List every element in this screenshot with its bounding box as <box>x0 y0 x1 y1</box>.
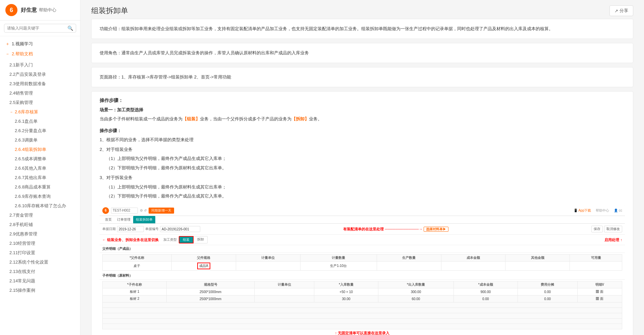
sidebar-item-2.13[interactable]: 2.13在线支付 <box>9 267 80 276</box>
sidebar-item-2.8[interactable]: 2.8手机旺铺 <box>9 220 80 229</box>
mock-new-btn: 同期新增一天 <box>149 208 174 214</box>
mock-ltd2-8: ☰ 面 <box>577 295 622 302</box>
table-row: 板材 2 2500*1000mm 30.00 60.00 0.00 0.00 ☰… <box>103 295 622 302</box>
mock-form-row1: 单据日期 2019-12-26 单据编号 AD-20191226-001 <box>102 226 200 232</box>
sidebar-item-beginner[interactable]: 2.1新手入门 <box>9 60 80 70</box>
sidebar-item-2.6.5[interactable]: 2.6.5成本调整单 <box>15 154 80 164</box>
page-title: 组装拆卸单 <box>91 6 128 16</box>
mock-red-box: 成品A <box>197 263 210 269</box>
mock-home-tab: 首页 <box>102 216 114 223</box>
sidebar-item-2.9[interactable]: 2.9优惠券管理 <box>9 229 80 239</box>
mock-logo: 6 <box>102 207 109 214</box>
sidebar-item-sales[interactable]: 2.4销售管理 <box>9 89 80 98</box>
sidebar: 6 好生意 帮助中心 🔍 ＋ 1.视频学习 － 2.帮助文档 2.1新手入门 2… <box>0 0 80 335</box>
mock-th-parent-name: *父件名称 <box>103 255 172 262</box>
share-icon: ↗ <box>614 8 618 13</box>
intro-card-2: 使用角色：通常由生产人员或库管人员完成拆装业务的操作，库管人员确认原材料的出库和… <box>91 43 633 63</box>
mock-lower-label: 子件明细（原材料） <box>100 272 625 280</box>
step2-2: （2）下部明细为子件明细，最终作为原材料生成其它出库单。 <box>100 164 625 172</box>
sidebar-item-2.11[interactable]: 2.11打印设置 <box>9 248 80 258</box>
sidebar-item-docs[interactable]: － 2.帮助文档 <box>0 49 80 59</box>
path-text: 页面路径：1、库存核算->库存管理->组装拆卸单 2、首页->常用功能 <box>100 73 625 81</box>
brand-name: 好生意 <box>21 7 37 14</box>
step1: 1、根据不同的业务，选择不同单据的类型来处理 <box>100 136 625 144</box>
sidebar-item-2.6.4[interactable]: 2.6.4组装拆卸单 <box>15 145 80 154</box>
table-row: 桌子 成品A 生产1-10台 <box>103 262 622 271</box>
sidebar-item-dataprep[interactable]: 2.3使用前数据准备 <box>9 79 80 89</box>
mock-lth-3: 计量单位 <box>255 281 314 288</box>
search-icon[interactable]: 🔍 <box>67 25 73 31</box>
mock-nav: 首页 订单管理 组装拆卸单 <box>100 216 625 224</box>
sidebar-item-2.6.3[interactable]: 2.6.3调拨单 <box>15 135 80 145</box>
sidebar-item-2.6.10[interactable]: 2.6.10库存账本错了怎么办 <box>15 201 80 211</box>
mock-ltd-8: ☰ 面 <box>577 288 622 295</box>
mock-active-tab: 组装拆卸单 <box>133 216 155 223</box>
mock-user-icon: 👤 cc <box>614 209 622 212</box>
mock-upper-label: 父件明细（产成品） <box>100 245 625 253</box>
sidebar-item-2.6.2[interactable]: 2.6.2分量盘点单 <box>15 126 80 135</box>
sidebar-item-2.7[interactable]: 2.7资金管理 <box>9 211 80 220</box>
sidebar-item-2.14[interactable]: 2.14常见问题 <box>9 276 80 286</box>
mock-enable-annotation: 启用处理 ↑ <box>210 237 622 242</box>
mock-freeform-annotation: ↑ 无固定清单可以直接在这里录入 <box>102 331 622 335</box>
sidebar-item-2.6.8[interactable]: 2.6.8商品成本重算 <box>15 182 80 192</box>
sidebar-item-2.15[interactable]: 2.15操作案例 <box>9 286 80 295</box>
sidebar-item-2.10[interactable]: 2.10经营管理 <box>9 239 80 248</box>
sidebar-item-2.6.6[interactable]: 2.6.6其他入库单 <box>15 164 80 173</box>
sidebar-item-2.6.7[interactable]: 2.6.7其他出库单 <box>15 173 80 182</box>
share-button[interactable]: ↗ 分享 <box>609 5 633 16</box>
mock-ltd2-6: 0.00 <box>453 295 518 302</box>
mock-lth-7: 费用分摊 <box>518 281 577 288</box>
logo-icon: 6 <box>5 4 17 16</box>
mock-assembly-btn: 组装 <box>179 236 194 243</box>
mock-ltd2-7: 0.00 <box>518 295 577 302</box>
mock-date-label: 单据日期 <box>102 227 116 231</box>
mock-lth-4: *入库数量 <box>314 281 378 288</box>
table-row: 板材 1 2500*1000mm +50 + 10 300.00 900.00 … <box>103 288 622 295</box>
sidebar-item-2.6.9[interactable]: 2.6.9库存账本查询 <box>15 192 80 201</box>
mock-browser: 6 TEST-H002 ⚙ ↺ 同期新增一天 📱 App下载 帮助中心 👤 cc <box>100 205 625 335</box>
mock-app-icon: 📱 App下载 <box>574 208 591 213</box>
mock-th-unit: 计量单位 <box>236 255 300 262</box>
scene1-desc: 当由多个子件材料组装成一个成品的业务为【组装】业务，当由一个父件拆分成多个子产品… <box>100 115 625 123</box>
sidebar-header: 6 好生意 帮助中心 <box>0 0 80 20</box>
mock-cancel-btn: 取消修改 <box>604 226 622 232</box>
nav-sub-docs: 2.1新手入门 2.2产品安装及登录 2.3使用前数据准备 2.4销售管理 2.… <box>0 59 80 296</box>
mock-th-prod-qty: 生产数量 <box>377 255 441 262</box>
mock-td-pspec: 成品A <box>171 262 236 271</box>
nav-tree: ＋ 1.视频学习 － 2.帮助文档 2.1新手入门 2.2产品安装及登录 2.3… <box>0 36 80 335</box>
screenshot-area: 6 TEST-H002 ⚙ ↺ 同期新增一天 📱 App下载 帮助中心 👤 cc <box>100 205 625 335</box>
search-box: 🔍 <box>0 20 80 36</box>
sidebar-item-video[interactable]: ＋ 1.视频学习 <box>0 39 80 49</box>
table-row <box>103 313 622 319</box>
mock-upper-table: *父件名称 父件规格 计量单位 计量数量 生产数量 成本金额 其他金额 可用量 <box>102 254 622 271</box>
mock-lth-1: *子件名称 <box>103 281 167 288</box>
intro-card-1: 功能介绍：组装拆卸单用来处理企业组装或拆卸等加工业务，支持有固定装配清单的产品加… <box>91 19 633 39</box>
mock-help-icon: 帮助中心 <box>596 208 609 213</box>
intro-text-2: 使用角色：通常由生产人员或库管人员完成拆装业务的操作，库管人员确认原材料的出库和… <box>100 49 625 57</box>
collapse-icon-inventory: － <box>9 109 13 115</box>
sidebar-item-2.6.1[interactable]: 2.6.1盘点单 <box>15 117 80 126</box>
mock-ltd-7: 0.00 <box>518 288 577 295</box>
mock-th-cost: 成本金额 <box>441 255 505 262</box>
sidebar-item-install[interactable]: 2.2产品安装及登录 <box>9 70 80 79</box>
mock-ltd-4: +50 + 10 <box>314 288 378 295</box>
mock-td-pprod <box>377 262 441 271</box>
mock-ltd2-5: 60.00 <box>378 295 454 302</box>
mock-th-avail: 可用量 <box>570 255 622 262</box>
mock-lth-8: 明细V <box>577 281 622 288</box>
search-input[interactable] <box>7 26 67 31</box>
mock-lth-6: *成本金额 <box>453 281 518 288</box>
mock-lower-table-wrap: *子件名称 规格型号 计量单位 *入库数量 *出入库数量 *成本金额 费用分摊 … <box>100 280 625 335</box>
mock-ltd2-1: 板材 2 <box>103 295 167 302</box>
mock-billno-field: AD-20191226-001 <box>160 226 200 232</box>
mock-action-btns: 保存 取消修改 <box>591 226 622 232</box>
mock-order-tab: 订单管理 <box>114 216 133 223</box>
mock-disassembly-btn: 拆卸 <box>194 236 208 243</box>
sidebar-item-2.12[interactable]: 2.12系统个性化设置 <box>9 258 80 267</box>
mock-id-field: TEST-H002 <box>111 208 138 214</box>
step3-2: （2）下部明细为子件明细，最终作为产成品生成其它入库单。 <box>100 192 625 200</box>
sidebar-item-purchase[interactable]: 2.5采购管理 <box>9 98 80 107</box>
collapse-icon: － <box>5 51 10 57</box>
sidebar-item-inventory[interactable]: － 2.6库存核算 <box>9 107 80 117</box>
